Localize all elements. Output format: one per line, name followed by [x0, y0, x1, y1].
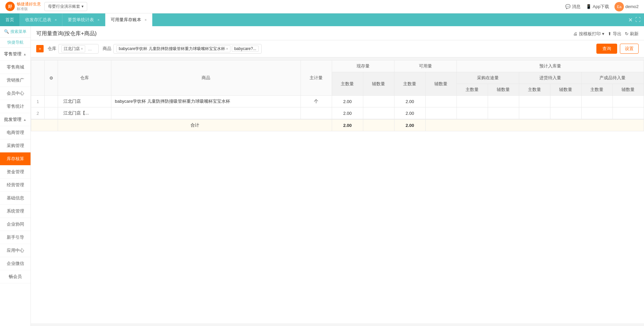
td-prod-main-2: [581, 107, 612, 120]
warehouse-more-icon[interactable]: ...: [88, 46, 92, 51]
tab-inventory[interactable]: 可用量库存账本 ×: [105, 13, 152, 26]
product-tag-1-remove[interactable]: ×: [226, 47, 228, 51]
tab-orders-label: 要货单统计表: [68, 17, 94, 23]
message-button[interactable]: 💬 消息: [565, 4, 581, 10]
sidebar-item-operations[interactable]: 经营管理: [0, 179, 31, 192]
product-tag-2[interactable]: babycare?...: [232, 46, 259, 52]
logo-sub: 标准版: [17, 6, 41, 11]
sidebar-item-retail-stats[interactable]: 零售统计: [0, 100, 31, 113]
td-current-aux-2: [363, 107, 394, 120]
td-footer-current-main: 2.00: [332, 119, 363, 131]
sidebar-label-purchase: 采购管理: [7, 143, 24, 148]
th-current-stock: 现存量: [332, 60, 394, 72]
warehouse-tag[interactable]: 江北门店 ×: [61, 45, 85, 52]
sidebar-label-member2: 畅会员: [9, 274, 22, 279]
warehouse-tag-remove[interactable]: ×: [81, 47, 83, 51]
td-prod-aux-1: [612, 96, 644, 107]
mobile-icon: 📱: [586, 4, 591, 9]
tab-orders[interactable]: 要货单统计表 ×: [62, 13, 105, 26]
td-settings-2: [45, 107, 58, 120]
tab-orders-close[interactable]: ×: [97, 18, 99, 22]
td-unit-1: 个: [301, 96, 332, 107]
sidebar-search[interactable]: 🔍 搜索菜单: [0, 26, 31, 38]
th-prod-main: 主数量: [581, 84, 612, 96]
tab-home-label: 首页: [5, 17, 14, 23]
logo-area: 好 畅捷通好生意 标准版: [5, 2, 41, 11]
app-download-button[interactable]: 📱 App下载: [586, 4, 609, 10]
setting-button[interactable]: 设置: [620, 44, 639, 54]
th-current-main: 主数量: [332, 72, 363, 96]
download-label: App下载: [593, 4, 609, 10]
filter-actions: 查询 设置: [596, 44, 639, 54]
td-inbound-aux-2: [550, 107, 581, 120]
th-current-aux: 辅数量: [363, 72, 394, 96]
user-profile[interactable]: Ea demo2: [614, 2, 639, 11]
sidebar-item-system[interactable]: 系统管理: [0, 205, 31, 218]
expand-icon-retail-mgmt: ▲: [23, 52, 26, 56]
tab-receipts-label: 收发存汇总表: [25, 17, 51, 23]
table-row: 1 江北门店 babycare学饮杯 儿童防摔防撞吸管杯重力球吸嘴杯宝宝水杯 个: [31, 96, 644, 107]
td-settings-1: [45, 96, 58, 107]
maximize-icon[interactable]: ⛶: [635, 17, 641, 23]
td-purchase-transit-main-2: [457, 107, 488, 120]
td-purchase-transit-aux-1: [488, 96, 519, 107]
tab-receipts[interactable]: 收发存汇总表 ×: [20, 13, 62, 26]
dropdown-icon: ▾: [602, 31, 604, 36]
sidebar-item-purchase[interactable]: 采购管理: [0, 139, 31, 152]
sidebar-item-newguide[interactable]: 新手引导: [0, 231, 31, 244]
td-inbound-main-1: [519, 96, 550, 107]
expand-icon-wholesale: ▲: [23, 118, 26, 122]
td-avail-main-1: 2.00: [394, 96, 425, 107]
sidebar-search-label: 搜索菜单: [10, 29, 26, 34]
sidebar-label-member: 会员中心: [7, 91, 24, 96]
th-inbound-main: 主数量: [519, 84, 550, 96]
tab-home[interactable]: 首页: [0, 13, 20, 26]
expand-filter-icon: »: [39, 46, 41, 51]
th-settings[interactable]: ⚙: [45, 60, 58, 96]
td-inbound-aux-1: [550, 96, 581, 107]
sidebar-label-wholesale-mgmt: 批发管理: [4, 117, 21, 123]
sidebar-item-basics[interactable]: 基础信息: [0, 192, 31, 205]
nav-tabs: 首页 收发存汇总表 × 要货单统计表 × 可用量库存账本 × ✕ ⛶: [0, 13, 644, 26]
sidebar-item-finance[interactable]: 资金管理: [0, 166, 31, 179]
query-button[interactable]: 查询: [596, 44, 617, 54]
close-window-icon[interactable]: ✕: [628, 17, 633, 23]
td-prod-aux-2: [612, 107, 644, 120]
sidebar-item-inventory-check[interactable]: 库存核算: [0, 152, 31, 166]
sidebar-item-wechat[interactable]: 企业微信: [0, 257, 31, 270]
message-label: 消息: [572, 4, 581, 10]
template-print-label: 按模板打印: [579, 31, 601, 37]
td-warehouse-1: 江北门店: [58, 96, 111, 107]
th-inbound-aux: 辅数量: [550, 84, 581, 96]
sidebar-item-marketing[interactable]: 营销推广: [0, 74, 31, 87]
filter-toggle-button[interactable]: »: [36, 45, 44, 52]
sidebar-item-appcenter[interactable]: 应用中心: [0, 244, 31, 257]
sidebar-item-member2[interactable]: 畅会员: [0, 270, 31, 283]
sidebar-label-finance: 资金管理: [7, 169, 24, 174]
sidebar-item-retail-mgmt[interactable]: 零售管理 ▲: [0, 48, 31, 61]
export-icon: ⬆: [608, 31, 611, 36]
print-icon: 🖨: [573, 31, 578, 36]
refresh-label: 刷新: [630, 31, 639, 37]
tab-inventory-close[interactable]: ×: [145, 18, 147, 22]
refresh-button[interactable]: ↻ 刷新: [625, 31, 639, 37]
sidebar-label-system: 系统管理: [7, 208, 24, 214]
td-inbound-main-2: [519, 107, 550, 120]
tenant-selector[interactable]: 母婴行业演示账套 ▾: [44, 2, 87, 11]
tab-receipts-close[interactable]: ×: [55, 18, 57, 22]
sidebar-item-member[interactable]: 会员中心: [0, 87, 31, 100]
warehouse-tag-container[interactable]: 江北门店 × ...: [58, 44, 99, 54]
sidebar-item-enterprise[interactable]: 企业协同: [0, 218, 31, 231]
sidebar-item-wholesale-mgmt[interactable]: 批发管理 ▲: [0, 113, 31, 126]
table-container: ⚙ 仓库 商品 主计量 现存量: [31, 60, 644, 323]
export-button[interactable]: ⬆ 导出: [608, 31, 622, 37]
top-bar-left: 好 畅捷通好生意 标准版 母婴行业演示账套 ▾: [5, 2, 87, 11]
sidebar-item-retail-mall[interactable]: 零售商城: [0, 61, 31, 74]
template-print-button[interactable]: 🖨 按模板打印 ▾: [573, 31, 604, 37]
product-tag-container[interactable]: babycare学饮杯 儿童防摔防撞吸管杯重力球吸嘴杯宝宝水杯 × babyca…: [113, 44, 262, 54]
sidebar-label-ecommerce: 电商管理: [7, 130, 24, 135]
sidebar-quick-nav[interactable]: 快捷导航: [0, 38, 31, 48]
sidebar-item-ecommerce[interactable]: 电商管理: [0, 126, 31, 139]
product-tag-1[interactable]: babycare学饮杯 儿童防摔防撞吸管杯重力球吸嘴杯宝宝水杯 ×: [116, 45, 230, 52]
td-product-1: babycare学饮杯 儿童防摔防撞吸管杯重力球吸嘴杯宝宝水杯: [111, 96, 301, 107]
